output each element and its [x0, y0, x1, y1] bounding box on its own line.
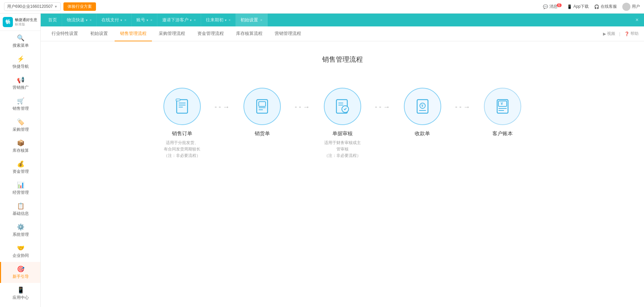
sidebar-label-search: 搜索菜单 [13, 43, 29, 48]
help-label: 帮助 [630, 31, 639, 37]
close-icon[interactable]: × [90, 18, 92, 22]
sidebar-item-newbie[interactable]: 🎯 新手引导 [0, 262, 40, 283]
marketing-icon: 📢 [17, 76, 24, 84]
flow-circle-sales-invoice [243, 88, 281, 125]
ledger-icon: ¥ [494, 98, 511, 115]
video-icon: ▶ [603, 32, 606, 36]
sidebar-item-marketing[interactable]: 📢 营销推广 [0, 73, 40, 94]
help-action[interactable]: ❓ 帮助 [624, 31, 639, 37]
online-service-item[interactable]: 🎧 在线客服 [594, 4, 617, 9]
flow-item-receipt[interactable]: ¥ 收款单 [392, 88, 453, 140]
video-label: 视频 [607, 31, 615, 37]
sidebar-item-search[interactable]: 🔍 搜索菜单 [0, 31, 40, 52]
page-tab-sales-flow[interactable]: 销售管理流程 [115, 26, 152, 41]
sidebar-item-enterprise[interactable]: 🤝 企业协同 [0, 241, 40, 262]
page-tab-purchase-flow[interactable]: 采购管理流程 [153, 26, 191, 41]
search-icon: 🔍 [17, 34, 24, 42]
flow-arrow-2: - - → [293, 103, 312, 111]
nav-tab-logistics[interactable]: 物流快递 ▾ × [62, 14, 97, 26]
top-bar-left: 用户690企业1660120507 ▼ 体验行业方案 [4, 2, 96, 11]
flow-circle-approval [324, 88, 361, 125]
sidebar-label-operations: 经营管理 [13, 190, 29, 196]
nav-tab-payment[interactable]: 在线支付 ▾ × [97, 14, 131, 26]
flow-arrow-4: - - → [453, 103, 472, 111]
page-tab-initial[interactable]: 初始设置 [85, 26, 113, 41]
divider: | [619, 32, 620, 36]
sidebar-label-newbie: 新手引导 [13, 274, 29, 280]
nav-tabs-bar: 首页 物流快递 ▾ × 在线支付 ▾ × 账号 ▾ × 邀请下游客户 ▾ × [41, 14, 644, 26]
flow-label-customer-ledger: 客户账本 [492, 130, 513, 137]
sidebar-label-sales: 销售管理 [13, 106, 29, 111]
page-tab-inventory-flow[interactable]: 库存核算流程 [231, 26, 268, 41]
logo-sub: 标准版 [15, 22, 37, 27]
main-content: 首页 物流快递 ▾ × 在线支付 ▾ × 账号 ▾ × 邀请下游客户 ▾ × [41, 14, 644, 307]
nav-tab-invite[interactable]: 邀请下游客户 ▾ × [157, 14, 201, 26]
user-selector[interactable]: 用户690企业1660120507 ▼ [4, 2, 61, 11]
flow-item-approval[interactable]: 单据审核 适用于财务审核或主管审核（注：非必要流程） [312, 88, 373, 159]
chevron-icon: ▾ [86, 18, 87, 22]
close-icon[interactable]: × [229, 18, 231, 22]
quick-nav-icon: ⚡ [17, 55, 24, 63]
enterprise-icon: 🤝 [17, 244, 24, 252]
close-icon[interactable]: × [194, 18, 196, 22]
flow-item-customer-ledger[interactable]: ¥ 客户账本 [472, 88, 533, 140]
nav-tab-initial-setup-label: 初始设置 [240, 17, 258, 23]
help-icon: ❓ [624, 32, 629, 36]
page-title: 销售管理流程 [51, 55, 634, 64]
page-tab-marketing-flow[interactable]: 营销管理流程 [269, 26, 307, 41]
sidebar-item-system[interactable]: ⚙️ 系统管理 [0, 220, 40, 241]
invoice-icon [253, 98, 271, 115]
message-icon: 💬 [543, 4, 548, 9]
sidebar-item-finance[interactable]: 💰 资金管理 [0, 157, 40, 178]
flow-item-sales-order[interactable]: 销售订单 适用于分批发货、有合同发货周期较长（注：非必要流程） [152, 88, 213, 159]
sidebar-item-operations[interactable]: 📊 经营管理 [0, 178, 40, 199]
newbie-icon: 🎯 [17, 265, 24, 273]
svg-rect-4 [176, 99, 180, 101]
nav-tab-period-init[interactable]: 往来期初 ▾ × [201, 14, 236, 26]
flow-item-sales-invoice[interactable]: 销货单 [232, 88, 293, 140]
nav-tab-account[interactable]: 账号 ▾ × [132, 14, 157, 26]
close-all-tabs[interactable]: × [633, 16, 641, 24]
video-action[interactable]: ▶ 视频 [603, 31, 615, 37]
sidebar-item-purchase[interactable]: 🏷️ 采购管理 [0, 115, 40, 136]
chevron-icon: ▾ [225, 18, 227, 22]
nav-tab-period-init-label: 往来期初 [206, 17, 223, 23]
nav-tab-logistics-label: 物流快递 [67, 17, 84, 23]
operations-icon: 📊 [17, 181, 24, 189]
close-icon[interactable]: × [124, 18, 126, 22]
page-tab-industry[interactable]: 行业特性设置 [46, 26, 83, 41]
experience-button[interactable]: 体验行业方案 [63, 2, 96, 11]
page-tab-marketing-flow-label: 营销管理流程 [275, 30, 301, 37]
chevron-icon: ▾ [190, 18, 192, 22]
flow-label-sales-invoice: 销货单 [255, 130, 270, 137]
app-center-icon: 📱 [17, 286, 24, 294]
svg-text:¥: ¥ [421, 103, 424, 108]
sidebar-label-finance: 资金管理 [13, 169, 29, 175]
sidebar-item-quick-nav[interactable]: ⚡ 快捷导航 [0, 52, 40, 73]
sidebar-label-app-center: 应用中心 [13, 295, 29, 301]
flow-circle-receipt: ¥ [404, 88, 441, 125]
close-icon[interactable]: × [260, 18, 262, 22]
sidebar-item-app-center[interactable]: 📱 应用中心 [0, 283, 40, 304]
message-item[interactable]: 💬 消息 6 [543, 4, 562, 9]
purchase-icon: 🏷️ [17, 118, 24, 126]
flow-label-approval: 单据审核 [332, 130, 353, 137]
sidebar-item-sales[interactable]: 🛒 销售管理 [0, 94, 40, 115]
sidebar-label-purchase: 采购管理 [13, 127, 29, 132]
review-icon [334, 98, 351, 115]
close-icon[interactable]: × [150, 18, 152, 22]
flow-desc-approval: 适用于财务审核或主管审核（注：非必要流程） [324, 140, 361, 159]
page-tab-finance-flow[interactable]: 资金管理流程 [192, 26, 229, 41]
app-download-item[interactable]: 📱 App下载 [567, 4, 589, 9]
page-tabs-right: ▶ 视频 | ❓ 帮助 [603, 31, 639, 37]
flow-container: 销售订单 适用于分批发货、有合同发货周期较长（注：非必要流程） - - → [51, 81, 634, 166]
chevron-icon: ▾ [120, 18, 122, 22]
sidebar-item-inventory[interactable]: 📦 库存核算 [0, 136, 40, 157]
nav-tab-initial-setup[interactable]: 初始设置 × [236, 14, 267, 26]
sidebar-item-enterprise-wechat[interactable]: 💬 企业微信 [0, 304, 40, 307]
user-menu-item[interactable]: 用户 [622, 3, 640, 11]
sidebar-item-basic-info[interactable]: 📋 基础信息 [0, 199, 40, 220]
nav-tab-home[interactable]: 首页 [43, 14, 62, 26]
page-tab-industry-label: 行业特性设置 [52, 30, 78, 37]
logo-text-block: 畅捷通好生意 标准版 [15, 17, 37, 27]
